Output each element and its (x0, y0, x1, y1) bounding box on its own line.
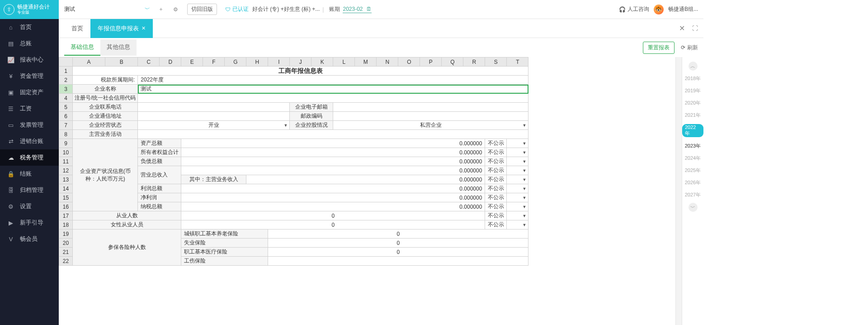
reg-code-value[interactable] (138, 94, 528, 103)
row-10[interactable]: 10 (59, 148, 73, 157)
year-2023[interactable]: 2023年 (685, 143, 701, 149)
inner-tab-basic[interactable]: 基础信息 (64, 39, 100, 56)
settings-button[interactable]: ⚙ (170, 4, 181, 15)
row-11[interactable]: 11 (59, 157, 73, 166)
sidebar-item-fixed-assets[interactable]: ▣固定资产 (0, 84, 59, 100)
r10-pub[interactable]: 不公示 (485, 148, 507, 157)
add-button[interactable]: ＋ (156, 4, 166, 15)
sidebar-item-home[interactable]: ⌂首页 (0, 19, 59, 35)
r16-val[interactable]: 0.000000 (181, 202, 485, 211)
sidebar-item-reports[interactable]: 📈报表中心 (0, 52, 59, 68)
address-value[interactable] (138, 112, 290, 121)
r14-pub[interactable]: 不公示 (485, 184, 507, 193)
period-value-cell[interactable]: 2022年度 (138, 76, 528, 85)
year-2026[interactable]: 2026年 (685, 179, 701, 186)
row-9[interactable]: 9 (59, 139, 73, 148)
year-down-button[interactable]: ﹀ (689, 203, 698, 212)
close-tab-icon[interactable]: ✕ (142, 25, 146, 31)
row-8[interactable]: 8 (59, 130, 73, 139)
r15-val[interactable]: 0.000000 (181, 193, 485, 202)
refresh-button[interactable]: ⟳ 刷新 (681, 44, 698, 52)
row-4[interactable]: 4 (59, 94, 73, 103)
r19-val[interactable]: 0 (268, 229, 528, 239)
r20-label[interactable]: 失业保险 (181, 239, 268, 248)
r11-label[interactable]: 负债总额 (138, 157, 181, 166)
postal-value[interactable] (333, 112, 528, 121)
close-panel-button[interactable]: ✕ (677, 22, 687, 34)
col-P[interactable]: P (420, 57, 442, 67)
col-O[interactable]: O (398, 57, 420, 67)
r12-val[interactable]: 0.000000 (181, 166, 485, 175)
sidebar-item-guide[interactable]: ▶新手引导 (0, 215, 59, 231)
r11-dd[interactable]: ▼ (507, 157, 528, 166)
row-3[interactable]: 3 (59, 85, 73, 94)
postal-label[interactable]: 邮政编码 (290, 112, 333, 121)
r10-dd[interactable]: ▼ (507, 148, 528, 157)
expand-icon[interactable]: ⛶ (692, 25, 698, 32)
row-22[interactable]: 22 (59, 257, 73, 266)
main-biz-value[interactable] (138, 130, 528, 139)
row-1[interactable]: 1 (59, 67, 73, 76)
r22-label[interactable]: 工伤保险 (181, 257, 268, 266)
year-2022[interactable]: 2022年 (682, 124, 703, 137)
year-2020[interactable]: 2020年 (685, 100, 701, 106)
col-I[interactable]: I (268, 57, 290, 67)
r18-label[interactable]: 女性从业人员 (73, 220, 181, 229)
r16-dd[interactable]: ▼ (507, 202, 528, 211)
user-name[interactable]: 畅捷通B组... (668, 5, 698, 13)
r19-label[interactable]: 城镇职工基本养老保险 (181, 229, 268, 239)
email-value[interactable] (333, 103, 528, 112)
asset-group-label[interactable]: 企业资产状况信息(币种：人民币万元) (73, 139, 138, 211)
status-label[interactable]: 企业经营状态 (73, 121, 138, 130)
r14-val[interactable]: 0.000000 (181, 184, 485, 193)
sidebar-item-invoice[interactable]: ▭发票管理 (0, 117, 59, 133)
sidebar-item-inventory[interactable]: ⇄进销台账 (0, 133, 59, 149)
r9-label[interactable]: 资产总额 (138, 139, 181, 148)
reset-button[interactable]: 重置报表 (643, 42, 675, 54)
r10-val[interactable]: 0.000000 (181, 148, 485, 157)
row-18[interactable]: 18 (59, 220, 73, 229)
r14-dd[interactable]: ▼ (507, 184, 528, 193)
r13-dd[interactable]: ▼ (507, 175, 528, 184)
year-2018[interactable]: 2018年 (685, 75, 701, 82)
r10-label[interactable]: 所有者权益合计 (138, 148, 181, 157)
corner-cell[interactable] (59, 57, 73, 67)
col-Q[interactable]: Q (442, 57, 463, 67)
agent-button[interactable]: 🎧 人工咨询 (619, 5, 649, 13)
row-19[interactable]: 19 (59, 229, 73, 239)
r14-label[interactable]: 利润总额 (138, 184, 181, 193)
period-selector[interactable]: 2023-02 🗓 (343, 6, 371, 13)
sidebar-item-funds[interactable]: ¥资金管理 (0, 68, 59, 84)
spreadsheet[interactable]: A B C D E F G H I J K L M N O (59, 57, 528, 266)
col-J[interactable]: J (290, 57, 311, 67)
col-G[interactable]: G (225, 57, 246, 67)
tab-home[interactable]: 首页 (64, 19, 90, 38)
sidebar-item-ledger[interactable]: ▤总账 (0, 35, 59, 52)
r13-val[interactable]: 0.000000 (246, 175, 485, 184)
col-C[interactable]: C (138, 57, 160, 67)
r15-dd[interactable]: ▼ (507, 193, 528, 202)
sheet-title[interactable]: 工商年报信息表 (73, 67, 528, 76)
r22-val[interactable] (268, 257, 528, 266)
row-15[interactable]: 15 (59, 193, 73, 202)
inner-tab-other[interactable]: 其他信息 (100, 39, 137, 56)
col-S[interactable]: S (485, 57, 507, 67)
holding-select[interactable]: 私营企业▼ (333, 121, 528, 130)
r12-label[interactable]: 营业总收入 (138, 166, 181, 184)
col-D[interactable]: D (160, 57, 181, 67)
r11-pub[interactable]: 不公示 (485, 157, 507, 166)
col-M[interactable]: M (355, 57, 377, 67)
company-name-value[interactable]: 测试 (138, 85, 528, 94)
r18-pub[interactable]: 不公示 (485, 220, 507, 229)
year-2019[interactable]: 2019年 (685, 87, 701, 94)
r21-val[interactable]: 0 (268, 248, 528, 257)
address-label[interactable]: 企业通信地址 (73, 112, 138, 121)
phone-label[interactable]: 企业联系电话 (73, 103, 138, 112)
main-biz-label[interactable]: 主营业务活动 (73, 130, 138, 139)
reg-code-label[interactable]: 注册号/统一社会信用代码 (73, 94, 138, 103)
col-T[interactable]: T (507, 57, 528, 67)
col-H[interactable]: H (246, 57, 268, 67)
r13-pub[interactable]: 不公示 (485, 175, 507, 184)
col-F[interactable]: F (203, 57, 225, 67)
r13-label[interactable]: 其中：主营业务收入 (181, 175, 246, 184)
